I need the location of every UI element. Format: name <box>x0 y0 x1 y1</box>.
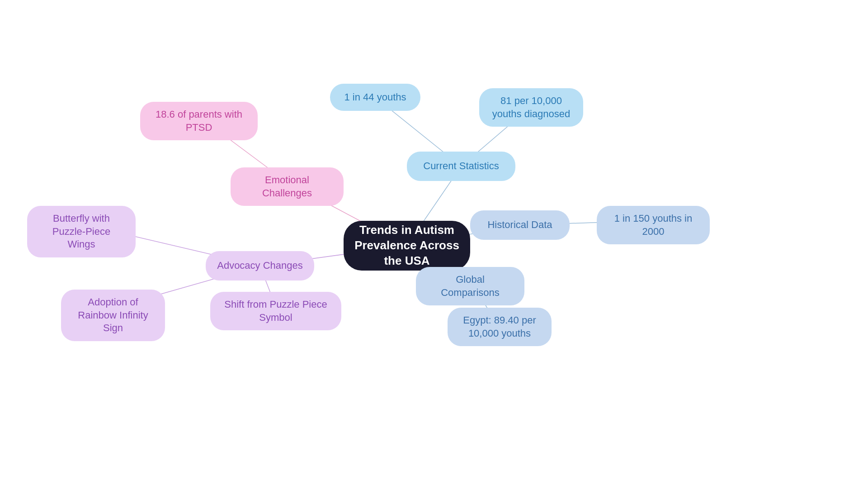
svg-line-10 <box>81 224 260 266</box>
svg-line-8 <box>199 117 287 182</box>
svg-line-0 <box>407 167 461 246</box>
svg-line-7 <box>287 182 407 246</box>
svg-line-12 <box>260 266 276 307</box>
svg-line-3 <box>407 225 520 246</box>
svg-line-5 <box>407 246 470 282</box>
mindmap-canvas <box>0 0 868 490</box>
svg-line-2 <box>461 106 531 167</box>
svg-line-6 <box>470 282 500 327</box>
svg-line-11 <box>113 266 260 308</box>
svg-line-4 <box>520 221 653 225</box>
svg-line-9 <box>260 246 407 266</box>
svg-line-1 <box>375 97 461 167</box>
